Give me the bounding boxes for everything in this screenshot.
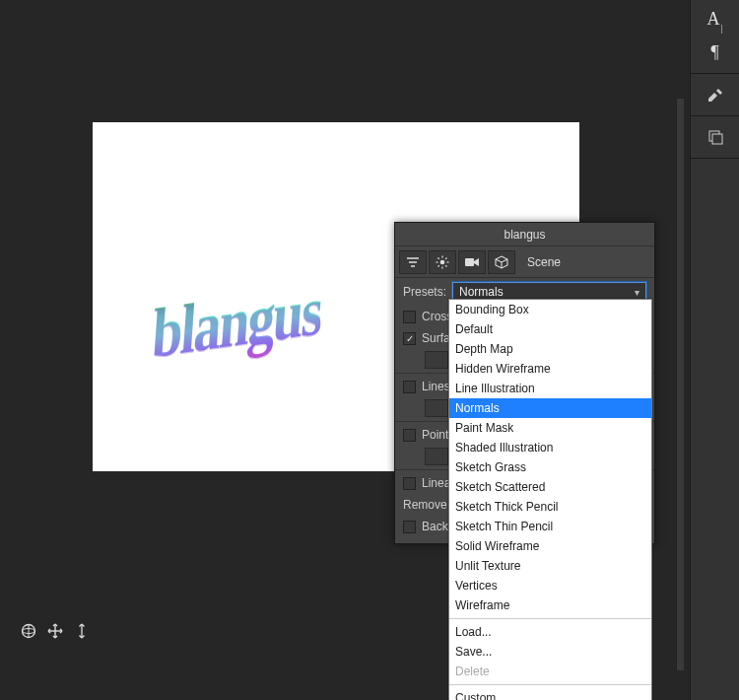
lines-checkbox[interactable] [403, 381, 416, 393]
surface-checkbox[interactable] [403, 332, 416, 345]
custom-preset[interactable]: Custom [449, 688, 651, 700]
tab-scene[interactable]: Scene [517, 250, 571, 274]
camera-icon[interactable] [458, 250, 486, 274]
chevron-down-icon: ▾ [635, 287, 639, 298]
dolly-icon[interactable] [72, 621, 92, 641]
mesh-icon[interactable] [488, 250, 515, 274]
cross-section-checkbox[interactable] [403, 311, 416, 323]
presets-label: Presets: [403, 285, 446, 299]
svg-line-8 [445, 257, 446, 258]
preset-option[interactable]: Line Illustration [449, 379, 651, 398]
points-style-field[interactable] [425, 448, 448, 465]
panel-tabs: Scene [395, 246, 654, 278]
artwork-text: blangus [150, 269, 324, 374]
preset-option[interactable]: Sketch Thick Pencil [449, 497, 651, 517]
svg-line-5 [438, 257, 439, 258]
preset-option[interactable]: Wireframe [449, 595, 651, 615]
backface-checkbox[interactable] [403, 521, 416, 533]
preset-option[interactable]: Hidden Wireframe [449, 359, 651, 379]
presets-select-value: Normals [459, 285, 504, 299]
layers-icon[interactable] [698, 122, 733, 152]
preset-option[interactable]: Vertices [449, 576, 651, 595]
preset-option[interactable]: Depth Map [449, 339, 651, 359]
preset-option[interactable]: Paint Mask [449, 418, 651, 438]
svg-line-6 [445, 265, 446, 266]
preset-option[interactable]: Unlit Texture [449, 556, 651, 576]
workspace: blangus blangus Scene Presets: Normals ▾ [0, 0, 685, 700]
presets-dropdown[interactable]: Bounding BoxDefaultDepth MapHidden Wiref… [448, 299, 652, 700]
preset-option[interactable]: Sketch Scattered [449, 477, 651, 497]
lines-style-field[interactable] [425, 399, 448, 417]
svg-point-0 [440, 259, 445, 264]
right-toolbar: A| ¶ [690, 0, 739, 700]
preset-option[interactable]: Solid Wireframe [449, 536, 651, 556]
tools-icon[interactable] [698, 80, 733, 109]
points-checkbox[interactable] [403, 429, 416, 442]
pan-icon[interactable] [45, 621, 65, 641]
preset-option[interactable]: Bounding Box [449, 300, 651, 319]
scrollbar[interactable] [676, 99, 684, 670]
linearize-checkbox[interactable] [403, 477, 416, 490]
orbit-icon[interactable] [19, 621, 38, 641]
svg-rect-17 [712, 134, 722, 144]
light-icon[interactable] [429, 250, 456, 274]
panel-title: blangus [395, 223, 654, 246]
preset-option[interactable]: Sketch Thin Pencil [449, 517, 651, 536]
preset-option[interactable]: Normals [449, 398, 651, 418]
svg-line-7 [438, 265, 439, 266]
character-icon[interactable]: A| [698, 4, 733, 34]
load-preset[interactable]: Load... [449, 622, 651, 642]
svg-rect-9 [465, 258, 474, 266]
save-preset[interactable]: Save... [449, 642, 651, 662]
preset-option[interactable]: Shaded Illustration [449, 438, 651, 457]
paragraph-icon[interactable]: ¶ [698, 37, 733, 67]
surface-style-field[interactable] [425, 351, 448, 369]
preset-option[interactable]: Default [449, 319, 651, 339]
lines-label: Lines [422, 380, 450, 393]
transform-tools [19, 621, 92, 641]
delete-preset: Delete [449, 662, 651, 681]
filter-icon[interactable] [399, 250, 427, 274]
preset-option[interactable]: Sketch Grass [449, 457, 651, 477]
